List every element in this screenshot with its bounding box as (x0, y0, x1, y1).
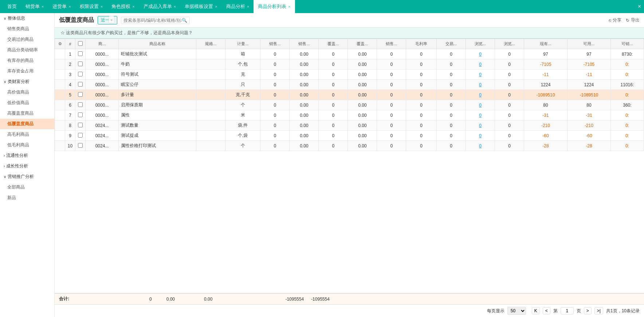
nav-tab-purchase-order[interactable]: 进货单 × (48, 0, 75, 13)
content-area: « 低覆盖度商品 近一月 🔍 ⎋ 分享 ↻ 导出 ☆ 这类商品只有 (55, 13, 644, 317)
sidebar-section-liquidity[interactable]: › 流通性分析 (0, 150, 54, 161)
sidebar-item-high-value[interactable]: 高价值商品 (0, 87, 54, 98)
page-size-select[interactable]: 50 10 20 100 (507, 307, 526, 315)
row-cover1: 0 (319, 90, 348, 100)
row-checkbox[interactable] (75, 49, 86, 59)
nav-tab-finished-goods[interactable]: 产成品入库单 × (139, 0, 180, 13)
col-trade: 交易... (437, 39, 466, 49)
nav-tab-role-auth[interactable]: 角色授权 × (107, 0, 139, 13)
row-checkbox-input[interactable] (78, 143, 83, 148)
first-page-button[interactable]: K (532, 307, 540, 314)
sidebar-item-high-coverage[interactable]: 高覆盖度商品 (0, 108, 54, 119)
row-trade: 0 (437, 90, 466, 100)
row-checkbox-input[interactable] (78, 82, 83, 87)
row-checkbox-input[interactable] (78, 133, 83, 138)
sidebar-collapse-button[interactable]: « (109, 16, 114, 23)
row-settings (55, 80, 65, 90)
row-unit: 个 (225, 141, 260, 151)
close-icon[interactable]: × (101, 4, 103, 9)
row-browse1[interactable]: 0 (466, 141, 495, 151)
nav-tab-product-analysis-list[interactable]: 商品分析列表 × (254, 0, 295, 13)
row-browse1[interactable]: 0 (466, 120, 495, 131)
nav-tab-sales-order[interactable]: 销货单 × (21, 0, 48, 13)
col-checkbox[interactable] (75, 39, 86, 49)
total-label: 合计: (59, 296, 69, 302)
sidebar-section-overall[interactable]: ∨ 整体信息 (0, 13, 54, 24)
row-checkbox-input[interactable] (78, 92, 83, 97)
close-icon[interactable]: × (247, 4, 249, 9)
sidebar-item-low-coverage[interactable]: 低覆盖度商品 (0, 119, 54, 129)
row-settings (55, 141, 65, 151)
row-browse1[interactable]: 0 (466, 110, 495, 120)
nav-tab-permission[interactable]: 权限设置 × (75, 0, 107, 13)
row-browse1[interactable]: 0 (466, 59, 495, 70)
row-spec (196, 49, 225, 59)
row-checkbox[interactable] (75, 70, 86, 80)
row-checkbox-input[interactable] (78, 72, 83, 76)
close-all-tabs-button[interactable]: × (638, 3, 641, 10)
page-number-input[interactable] (561, 307, 574, 314)
select-all-checkbox[interactable] (78, 41, 83, 46)
row-gross-rate: 0 (406, 49, 437, 59)
sidebar-item-stock-capital[interactable]: 库存资金占用 (0, 66, 54, 76)
row-checkbox-input[interactable] (78, 102, 83, 107)
row-sales-amt: 0.00 (290, 80, 319, 90)
sidebar-item-high-profit[interactable]: 高毛利商品 (0, 129, 54, 140)
close-icon[interactable]: × (42, 4, 44, 9)
row-checkbox[interactable] (75, 90, 86, 100)
row-browse1[interactable]: 0 (466, 80, 495, 90)
close-icon[interactable]: × (68, 4, 71, 9)
sidebar-item-low-profit[interactable]: 低毛利商品 (0, 140, 54, 150)
nav-tab-home[interactable]: 首页 (3, 0, 21, 13)
row-browse1[interactable]: 0 (466, 100, 495, 110)
row-checkbox[interactable] (75, 120, 86, 131)
chevron-down-icon: ∨ (4, 80, 6, 84)
row-num: 5 (65, 90, 75, 100)
share-button[interactable]: ⎋ 分享 (609, 17, 621, 23)
row-browse1[interactable]: 0 (466, 70, 495, 80)
search-icon[interactable]: 🔍 (182, 18, 187, 23)
next-page-button[interactable]: > (584, 307, 592, 314)
row-browse1[interactable]: 0 (466, 90, 495, 100)
sidebar-item-traded-goods[interactable]: 交易过的商品 (0, 34, 54, 45)
col-settings[interactable]: ⚙ (55, 39, 65, 49)
row-checkbox[interactable] (75, 110, 86, 120)
export-button[interactable]: ↻ 导出 (626, 17, 640, 23)
sidebar-item-low-value[interactable]: 低价值商品 (0, 98, 54, 108)
sidebar-section-wealth[interactable]: ∨ 类财富分析 (0, 76, 54, 87)
prev-page-button[interactable]: < (543, 307, 550, 314)
row-checkbox[interactable] (75, 131, 86, 141)
sidebar-section-growth[interactable]: › 成长性分析 (0, 161, 54, 171)
nav-tab-template-settings[interactable]: 单据模板设置 × (180, 0, 221, 13)
col-cover1: 覆盖... (319, 39, 348, 49)
row-sales-qty: 0 (260, 131, 290, 141)
row-checkbox[interactable] (75, 141, 86, 151)
sidebar-item-category-rate[interactable]: 商品分类动销率 (0, 45, 54, 55)
row-checkbox[interactable] (75, 80, 86, 90)
row-sales-qty: 0 (260, 70, 290, 80)
row-cover2: 0.00 (348, 59, 377, 70)
nav-tab-product-analysis[interactable]: 商品分析 × (222, 0, 254, 13)
close-icon[interactable]: × (288, 4, 290, 9)
row-checkbox[interactable] (75, 100, 86, 110)
row-checkbox-input[interactable] (78, 51, 83, 56)
sidebar-item-all-goods[interactable]: 全部商品 (0, 182, 54, 193)
last-page-button[interactable]: >| (594, 307, 603, 314)
row-num: 4 (65, 80, 75, 90)
row-sales2: 0 (377, 90, 406, 100)
row-code: 0000... (86, 70, 119, 80)
row-browse1[interactable]: 0 (466, 49, 495, 59)
row-checkbox[interactable] (75, 59, 86, 70)
sidebar-item-new-goods[interactable]: 新品 (0, 193, 54, 203)
row-checkbox-input[interactable] (78, 112, 83, 117)
sidebar-item-stock-goods[interactable]: 有库存的商品 (0, 55, 54, 66)
row-checkbox-input[interactable] (78, 123, 83, 127)
close-icon[interactable]: × (132, 4, 134, 9)
sidebar-section-marketing[interactable]: ∨ 营销推广分析 (0, 171, 54, 182)
close-icon[interactable]: × (174, 4, 176, 9)
search-input[interactable] (123, 18, 182, 23)
row-browse1[interactable]: 0 (466, 131, 495, 141)
row-checkbox-input[interactable] (78, 62, 83, 66)
sidebar-item-sales-goods[interactable]: 销售类商品 (0, 24, 54, 34)
close-icon[interactable]: × (215, 4, 217, 9)
